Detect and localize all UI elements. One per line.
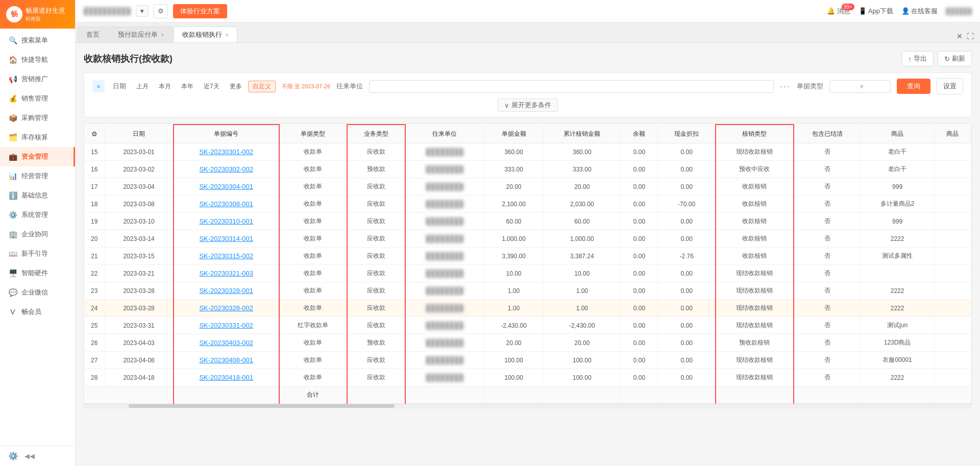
collapse-icon[interactable]: ◀◀ (24, 452, 35, 460)
cell-discount: 0.00 (658, 317, 716, 334)
doc-no-link[interactable]: SK-20230328-002 (199, 304, 253, 312)
sidebar-item-purchase[interactable]: 📦 采购管理 (0, 108, 75, 128)
settings-footer-icon[interactable]: ⚙️ (8, 451, 18, 461)
notification-bell[interactable]: 🔔 消息 99+ (827, 7, 850, 16)
app-download-link[interactable]: 📱 App下载 (859, 7, 893, 16)
cell-write-off-type: 现结收款核销 (716, 352, 794, 369)
filter-settings-button[interactable]: 设置 (937, 78, 963, 94)
cell-biz-type: 应收款 (347, 143, 405, 161)
date-btn-this-year[interactable]: 本年 (177, 81, 198, 92)
cell-doc-no[interactable]: SK-20230328-002 (174, 300, 279, 317)
settings-col-icon[interactable]: ⚙ (91, 130, 97, 138)
sidebar-item-operations[interactable]: 📊 经营管理 (0, 166, 75, 186)
doc-no-link[interactable]: SK-20230403-002 (199, 339, 253, 347)
tab-collection[interactable]: 收款核销执行 × (174, 27, 237, 42)
sidebar-item-basic[interactable]: ℹ️ 基础信息 (0, 186, 75, 205)
doc-no-link[interactable]: SK-20230418-001 (199, 374, 253, 381)
sidebar-logo: 畅 畅康道好生意 标推版 (0, 0, 75, 29)
date-btn-this-month[interactable]: 本月 (155, 81, 175, 92)
cell-no: 16 (84, 161, 105, 178)
sidebar-item-search[interactable]: 🔍 搜索菜单 (0, 31, 75, 50)
sidebar-item-capital[interactable]: 💼 资金管理 (0, 147, 75, 166)
topbar-dropdown[interactable]: ▾ (136, 5, 149, 17)
date-btn-last-month[interactable]: 上月 (132, 81, 153, 92)
cell-doc-no[interactable]: SK-20230331-002 (174, 317, 279, 334)
doc-no-link[interactable]: SK-20230302-002 (199, 165, 253, 173)
cell-doc-no[interactable]: SK-20230314-001 (174, 230, 279, 248)
user-avatar[interactable]: ██████ (946, 8, 972, 15)
sidebar-item-marketing[interactable]: 📢 营销推广 (0, 69, 75, 89)
tab-prepaid-close[interactable]: × (161, 32, 164, 38)
phone-icon: 📱 (859, 7, 867, 15)
cell-doc-no[interactable]: SK-20230315-002 (174, 248, 279, 265)
tab-home[interactable]: 首页 (78, 27, 108, 42)
query-button[interactable]: 查询 (897, 79, 930, 94)
filter-dots[interactable]: ··· (780, 81, 791, 92)
doc-no-link[interactable]: SK-20230310-001 (199, 217, 253, 225)
online-service-link[interactable]: 👤 在线客服 (901, 7, 938, 16)
sidebar-item-system[interactable]: ⚙️ 系统管理 (0, 205, 75, 225)
cell-biz-type: 预收款 (347, 161, 405, 178)
cell-included: 否 (794, 334, 861, 352)
sidebar-item-shortcut[interactable]: 🏠 快捷导航 (0, 50, 75, 69)
cell-product1: 测试多属性 (861, 248, 934, 265)
cell-included: 否 (794, 213, 861, 230)
cell-included: 否 (794, 300, 861, 317)
cell-doc-no[interactable]: SK-20230301-002 (174, 143, 279, 161)
cell-doc-no[interactable]: SK-20230408-001 (174, 352, 279, 369)
filter-expand-btn[interactable]: » (92, 80, 105, 92)
solution-button[interactable]: 体验行业方案 (173, 4, 227, 18)
doc-no-link[interactable]: SK-20230328-001 (199, 287, 253, 295)
cell-date: 2023-03-15 (105, 248, 174, 265)
sidebar-item-hardware[interactable]: 🖥️ 智能硬件 (0, 263, 75, 283)
doc-no-link[interactable]: SK-20230331-002 (199, 322, 253, 329)
box-icon: 📦 (8, 114, 17, 122)
partner-filter-label: 往来单位 (336, 82, 363, 91)
sidebar-item-wechat[interactable]: 💬 企业微信 (0, 283, 75, 302)
tab-close-all-icon[interactable]: ✕ (954, 30, 965, 42)
topbar-settings-btn[interactable]: ⚙ (154, 4, 168, 18)
cell-doc-no[interactable]: SK-20230328-001 (174, 282, 279, 300)
cell-discount: 0.00 (658, 334, 716, 352)
cell-product1: 999 (861, 213, 934, 230)
doc-no-link[interactable]: SK-20230321-003 (199, 269, 253, 277)
notification-badge: 99+ (842, 4, 854, 10)
doc-no-link[interactable]: SK-20230314-001 (199, 235, 253, 242)
sidebar-item-member[interactable]: V 畅会员 (0, 302, 75, 322)
cell-balance: 0.00 (621, 230, 658, 248)
th-settings[interactable]: ⚙ (84, 125, 105, 143)
cell-doc-no[interactable]: SK-20230418-001 (174, 369, 279, 386)
partner-input[interactable] (369, 80, 774, 93)
table-scrollbar[interactable] (84, 404, 971, 408)
cell-doc-no[interactable]: SK-20230403-002 (174, 334, 279, 352)
doc-no-link[interactable]: SK-20230408-001 (199, 356, 253, 364)
refresh-button[interactable]: ↻ 刷新 (938, 51, 972, 66)
doc-no-link[interactable]: SK-20230315-002 (199, 252, 253, 260)
sidebar-item-sales[interactable]: 💰 销售管理 (0, 89, 75, 108)
logo-icon: 畅 (6, 6, 22, 22)
cell-date: 2023-03-02 (105, 161, 174, 178)
sidebar-item-guide[interactable]: 📖 新手引导 (0, 244, 75, 263)
cell-discount: 0.00 (658, 161, 716, 178)
cell-doc-no[interactable]: SK-20230308-001 (174, 195, 279, 213)
date-btn-7days[interactable]: 近7天 (200, 81, 224, 92)
cell-doc-no[interactable]: SK-20230321-003 (174, 265, 279, 282)
date-btn-custom[interactable]: 自定义 (248, 81, 276, 92)
expand-more-btn[interactable]: ∨ 展开更多条件 (498, 99, 558, 112)
doc-no-link[interactable]: SK-20230301-002 (199, 148, 253, 156)
cell-doc-no[interactable]: SK-20230302-002 (174, 161, 279, 178)
date-btn-more[interactable]: 更多 (226, 81, 246, 92)
doc-type-select[interactable]: ▾ (829, 80, 891, 93)
tab-collection-close[interactable]: × (225, 32, 228, 38)
export-button[interactable]: ↑ 导出 (902, 51, 934, 66)
cell-doc-no[interactable]: SK-20230304-001 (174, 178, 279, 195)
sidebar-item-enterprise[interactable]: 🏢 企业协同 (0, 225, 75, 244)
cell-biz-type: 应收款 (347, 282, 405, 300)
doc-no-link[interactable]: SK-20230304-001 (199, 183, 253, 190)
doc-no-link[interactable]: SK-20230308-001 (199, 200, 253, 208)
cell-doc-no[interactable]: SK-20230310-001 (174, 213, 279, 230)
sidebar-item-inventory[interactable]: 🗂️ 库存核算 (0, 128, 75, 147)
table-row: 19 2023-03-10 SK-20230310-001 收款单 应收款 ██… (84, 213, 971, 230)
tab-prepaid[interactable]: 预付款应付单 × (109, 27, 173, 42)
tab-expand-icon[interactable]: ⛶ (965, 30, 976, 42)
